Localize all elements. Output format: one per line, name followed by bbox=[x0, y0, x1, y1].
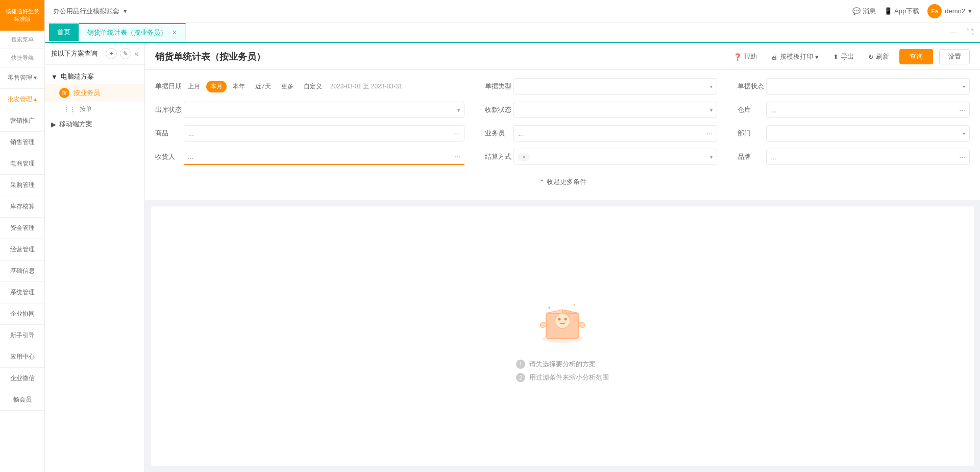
settle-input[interactable]: × ▾ bbox=[513, 149, 717, 165]
date-tab-this-month[interactable]: 本月 bbox=[206, 81, 227, 92]
user-profile-btn[interactable]: Ea demo2 ▾ bbox=[927, 4, 972, 18]
settle-clear-tag: × bbox=[518, 153, 529, 161]
desktop-scheme-header[interactable]: ▼ 电脑端方案 bbox=[45, 69, 144, 84]
staff-label: 业务员 bbox=[485, 129, 513, 138]
settings-btn[interactable]: 设置 bbox=[939, 49, 970, 64]
message-btn[interactable]: 💬 消息 bbox=[852, 7, 876, 16]
sidebar-item-inventory[interactable]: 库存核算 bbox=[0, 196, 44, 218]
filter-pay-status: 收款状态 ▾ bbox=[485, 102, 717, 118]
svg-point-4 bbox=[565, 318, 567, 321]
date-tab-last-month[interactable]: 上月 bbox=[184, 81, 204, 92]
sidebar-item-appcenter[interactable]: 应用中心 bbox=[0, 346, 44, 368]
sidebar-item-wecom[interactable]: 企业微信 bbox=[0, 368, 44, 389]
template-print-arrow: ▾ bbox=[815, 53, 819, 61]
app-download-btn[interactable]: 📱 App下载 bbox=[884, 7, 919, 16]
doc-type-input[interactable]: ▾ bbox=[513, 78, 717, 95]
sidebar-item-purchase[interactable]: 采购管理 bbox=[0, 175, 44, 196]
tab-home[interactable]: 首页 bbox=[49, 23, 79, 41]
date-tab-this-year[interactable]: 本年 bbox=[229, 81, 249, 92]
goods-input[interactable]: ... ··· bbox=[184, 125, 464, 141]
tab-salesstat[interactable]: 销货单统计表（按业务员） ✕ bbox=[79, 23, 186, 41]
out-status-input[interactable]: ▾ bbox=[184, 102, 464, 118]
export-btn[interactable]: ⬆ 导出 bbox=[829, 50, 858, 63]
filter-settle: 结算方式 × ▾ bbox=[485, 149, 717, 165]
sidebar-item-finance[interactable]: 资金管理 bbox=[0, 218, 44, 239]
settle-arrow: ▾ bbox=[710, 154, 713, 160]
doc-type-arrow: ▾ bbox=[710, 84, 713, 89]
desktop-scheme-label: 电脑端方案 bbox=[61, 72, 94, 81]
sidebar-item-vip[interactable]: 畅会员 bbox=[0, 389, 44, 411]
date-tab-7days[interactable]: 近7天 bbox=[251, 81, 275, 92]
add-scheme-btn[interactable]: + bbox=[106, 48, 117, 59]
filter-row-3: 商品 ... ··· 业务员 ... ··· bbox=[155, 125, 970, 141]
warehouse-dots[interactable]: ··· bbox=[959, 106, 965, 114]
avatar: Ea bbox=[927, 4, 942, 18]
sidebar-item-search[interactable]: 搜索菜单 bbox=[0, 31, 44, 49]
empty-tip-2: 2 用过滤条件来缩小分析范围 bbox=[516, 373, 609, 382]
scheme-item-by-staff[interactable]: 按 按业务员 bbox=[45, 84, 144, 102]
refresh-btn[interactable]: ↻ 刷新 bbox=[864, 50, 893, 63]
account-name[interactable]: 办公用品行业模拟账套 bbox=[53, 7, 119, 16]
filter-warehouse: 仓库 ... ··· bbox=[738, 102, 970, 118]
app-download-icon: 📱 bbox=[884, 7, 892, 15]
main-area: 办公用品行业模拟账套 ▾ 💬 消息 📱 App下载 Ea demo2 ▾ 首 bbox=[45, 0, 980, 472]
doc-status-input[interactable]: ▾ bbox=[766, 78, 970, 95]
sidebar-item-marketing[interactable]: 营销推广 bbox=[0, 110, 44, 132]
scheme-sub-item-label: 按单 bbox=[80, 105, 92, 113]
staff-dots[interactable]: ··· bbox=[707, 129, 713, 137]
settle-tag[interactable]: × bbox=[518, 153, 529, 161]
sidebar-item-enterprise[interactable]: 企业协同 bbox=[0, 303, 44, 325]
mobile-scheme-header[interactable]: ▶ 移动端方案 bbox=[45, 116, 144, 132]
sidebar-item-sales[interactable]: 销售管理 bbox=[0, 132, 44, 153]
tab-bar: 首页 销货单统计表（按业务员） ✕ — ⛶ bbox=[45, 22, 980, 43]
page-title: 销货单统计表（按业务员） bbox=[155, 51, 265, 63]
left-panel: 按以下方案查询 + ✎ « ▼ 电脑端方案 按 bbox=[45, 43, 145, 472]
template-print-btn[interactable]: 🖨 按模板打印 ▾ bbox=[767, 50, 823, 63]
tab-close-icon[interactable]: ✕ bbox=[172, 29, 177, 36]
brand-label: 品牌 bbox=[738, 152, 766, 161]
warehouse-input[interactable]: ... ··· bbox=[766, 102, 970, 118]
staff-input[interactable]: ... ··· bbox=[513, 125, 717, 141]
help-label: 帮助 bbox=[744, 52, 757, 61]
sidebar-item-shortcut[interactable]: 快捷导航 bbox=[0, 49, 44, 67]
sidebar-item-operations[interactable]: 经营管理 bbox=[0, 239, 44, 261]
query-btn[interactable]: 查询 bbox=[899, 49, 933, 64]
tab-fullscreen-btn[interactable]: ⛶ bbox=[964, 26, 976, 38]
sidebar-item-ecommerce[interactable]: 电商管理 bbox=[0, 153, 44, 175]
scheme-item-by-staff-label: 按业务员 bbox=[74, 88, 100, 98]
settle-tag-x[interactable]: × bbox=[522, 154, 525, 160]
scheme-sub-item-by-order[interactable]: ⋮⋮ 按单 bbox=[45, 102, 144, 116]
export-icon: ⬆ bbox=[833, 53, 839, 61]
date-tab-more[interactable]: 更多 bbox=[277, 81, 298, 92]
help-btn[interactable]: ❓ 帮助 bbox=[729, 50, 761, 63]
brand-input[interactable]: ... ··· bbox=[766, 149, 970, 165]
collapse-panel-btn[interactable]: « bbox=[134, 50, 138, 58]
filter-date: 单据日期 上月 本月 本年 近7天 更多 自定义 2023-03-01 至 20… bbox=[155, 81, 464, 92]
sidebar-item-newguide[interactable]: 新手引导 bbox=[0, 325, 44, 346]
filter-dept: 部门 ▾ bbox=[738, 125, 970, 141]
sidebar-item-wholesale[interactable]: 批发管理 ▴ bbox=[0, 89, 44, 110]
sidebar-item-system[interactable]: 系统管理 bbox=[0, 282, 44, 303]
settle-label: 结算方式 bbox=[485, 152, 513, 161]
collapse-conditions-btn[interactable]: ⌃ 收起更多条件 bbox=[155, 172, 970, 192]
out-status-label: 出库状态 bbox=[155, 105, 184, 114]
account-dropdown-arrow[interactable]: ▾ bbox=[124, 7, 127, 15]
receiver-placeholder: ... bbox=[188, 153, 193, 160]
brand-dots[interactable]: ··· bbox=[959, 153, 965, 161]
tab-salesstat-label: 销货单统计表（按业务员） bbox=[87, 28, 167, 37]
pay-status-input[interactable]: ▾ bbox=[513, 102, 717, 118]
sidebar-item-retail[interactable]: 零售管理 ▾ bbox=[0, 67, 44, 89]
receiver-dots[interactable]: ··· bbox=[455, 152, 461, 160]
edit-scheme-btn[interactable]: ✎ bbox=[120, 48, 131, 59]
tab-minimize-btn[interactable]: — bbox=[947, 26, 960, 38]
doc-type-label: 单据类型 bbox=[485, 82, 513, 91]
out-status-arrow: ▾ bbox=[457, 107, 460, 113]
filter-goods: 商品 ... ··· bbox=[155, 125, 464, 141]
filter-row-4: 收货人 ... ··· 结算方式 × bbox=[155, 149, 970, 165]
goods-dots[interactable]: ··· bbox=[454, 129, 460, 137]
date-tab-custom[interactable]: 自定义 bbox=[300, 81, 326, 92]
receiver-input[interactable]: ... ··· bbox=[184, 149, 464, 165]
dept-input[interactable]: ▾ bbox=[766, 125, 970, 141]
sidebar-item-basic[interactable]: 基础信息 bbox=[0, 261, 44, 282]
svg-point-3 bbox=[558, 318, 561, 321]
